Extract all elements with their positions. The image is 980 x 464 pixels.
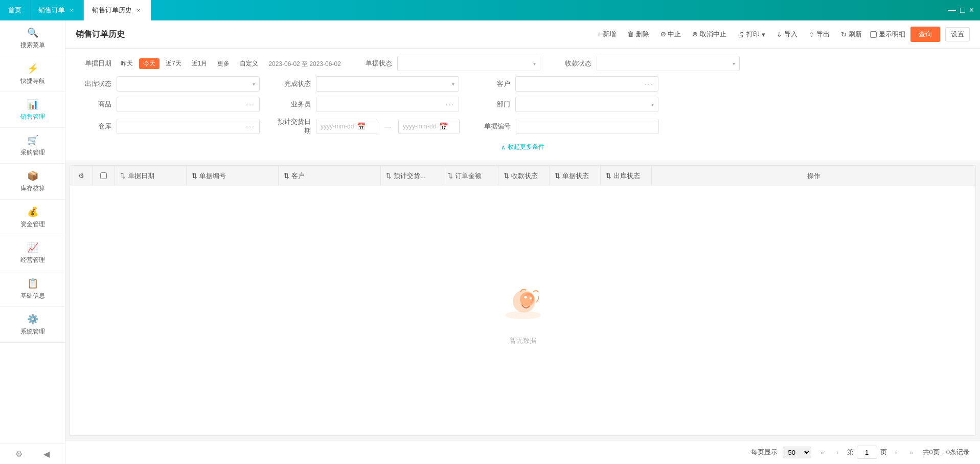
stop-button[interactable]: ⊘ 中止 xyxy=(657,28,685,41)
collapse-filter-button[interactable]: ∧ 收起更多条件 xyxy=(501,141,544,153)
complete-select[interactable]: ▾ xyxy=(316,76,459,92)
page-title: 销售订单历史 xyxy=(76,29,125,40)
first-page-button[interactable]: « xyxy=(816,446,829,458)
export-label: 导出 xyxy=(816,30,830,39)
dept-select[interactable]: ▾ xyxy=(515,97,658,112)
th-checkbox[interactable] xyxy=(93,166,115,186)
delete-button[interactable]: 🗑 删除 xyxy=(624,28,652,41)
dept-label: 部门 xyxy=(474,100,510,109)
recv-status-arrow-icon: ▾ xyxy=(733,61,735,67)
sidebar-item-basic[interactable]: 📋 基础信息 xyxy=(0,271,65,307)
cancel-stop-button[interactable]: ⊗ 取消中止 xyxy=(689,28,730,41)
tab-sales-order-close[interactable]: × xyxy=(68,7,75,14)
page-size-label: 每页显示 xyxy=(751,448,778,457)
th-settings[interactable]: ⚙ xyxy=(70,166,93,186)
import-label: 导入 xyxy=(784,30,797,39)
th-amount[interactable]: ⇅ 订单金额 xyxy=(442,166,498,186)
export-icon: ⇧ xyxy=(809,31,814,38)
content-area: 销售订单历史 + 新增 🗑 删除 ⊘ 中止 ⊗ 取消中止 🖨 打印 ▾ ⇩ 导入… xyxy=(65,20,980,464)
tab-sales-order-history[interactable]: 销售订单历史 × xyxy=(84,0,151,20)
settings-button[interactable]: 设置 xyxy=(945,27,970,41)
sidebar-item-business[interactable]: 📈 经营管理 xyxy=(0,235,65,271)
th-delivery[interactable]: ⇅ 预计交货... xyxy=(381,166,442,186)
prev-page-button[interactable]: ‹ xyxy=(832,446,844,458)
page-header: 销售订单历史 + 新增 🗑 删除 ⊘ 中止 ⊗ 取消中止 🖨 打印 ▾ ⇩ 导入… xyxy=(65,20,980,49)
th-status-sort-icon: ⇅ xyxy=(555,172,560,180)
date-chip-custom[interactable]: 自定义 xyxy=(236,58,262,69)
basic-icon: 📋 xyxy=(27,277,39,290)
th-recv-status[interactable]: ⇅ 收款状态 xyxy=(498,166,550,186)
last-page-button[interactable]: » xyxy=(905,446,918,458)
page-size-select[interactable]: 50 100 200 xyxy=(783,447,811,458)
recv-status-select[interactable]: ▾ xyxy=(597,56,740,71)
print-button[interactable]: 🖨 打印 ▾ xyxy=(735,28,768,41)
date-chip-yesterday[interactable]: 昨天 xyxy=(117,58,137,69)
warehouse-input[interactable]: ··· xyxy=(117,119,260,134)
svg-point-6 xyxy=(530,297,532,299)
delivery-date-end[interactable]: yyyy-mm-dd 📅 xyxy=(398,119,460,134)
sidebar-item-search[interactable]: 🔍 搜索菜单 xyxy=(0,20,65,56)
toolbar: + 新增 🗑 删除 ⊘ 中止 ⊗ 取消中止 🖨 打印 ▾ ⇩ 导入 ⇧ 导出 xyxy=(594,27,970,42)
out-status-select[interactable]: ▾ xyxy=(117,76,260,92)
date-chip-today[interactable]: 今天 xyxy=(139,58,159,69)
svg-point-5 xyxy=(524,296,527,298)
status-filter-label: 单据状态 xyxy=(356,59,392,68)
date-chips: 昨天 今天 近7天 近1月 更多 自定义 xyxy=(117,58,262,69)
import-button[interactable]: ⇩ 导入 xyxy=(773,28,801,41)
refresh-button[interactable]: ↻ 刷新 xyxy=(838,28,865,41)
sidebar-item-inventory[interactable]: 📦 库存核算 xyxy=(0,164,65,200)
th-delivery-sort-icon: ⇅ xyxy=(386,172,392,180)
th-num[interactable]: ⇅ 单据编号 xyxy=(187,166,279,186)
maximize-button[interactable]: □ xyxy=(960,6,965,15)
doc-num-input[interactable] xyxy=(516,119,659,134)
tab-sales-order-history-close[interactable]: × xyxy=(135,7,142,14)
calendar-end-icon: 📅 xyxy=(439,122,448,130)
customer-more-icon: ··· xyxy=(645,80,654,88)
purchase-icon: 🛒 xyxy=(27,134,39,146)
sidebar-item-quicknav[interactable]: ⚡ 快捷导航 xyxy=(0,56,65,92)
export-button[interactable]: ⇧ 导出 xyxy=(806,28,833,41)
tab-home[interactable]: 首页 xyxy=(0,0,30,20)
select-all-checkbox[interactable] xyxy=(100,172,107,179)
product-input[interactable]: ··· xyxy=(117,97,260,112)
warehouse-label: 仓库 xyxy=(76,122,111,131)
th-date[interactable]: ⇅ 单据日期 xyxy=(115,166,187,186)
salesperson-input[interactable]: ··· xyxy=(316,97,459,112)
doc-status-select[interactable]: ▾ xyxy=(397,56,540,71)
sidebar-item-finance[interactable]: 💰 资金管理 xyxy=(0,200,65,235)
sidebar-item-sales[interactable]: 📊 销售管理 xyxy=(0,92,65,128)
collapse-up-icon: ∧ xyxy=(501,144,506,151)
close-window-button[interactable]: × xyxy=(969,6,974,15)
current-page-input[interactable] xyxy=(857,446,877,459)
th-doc-status[interactable]: ⇅ 单据状态 xyxy=(550,166,601,186)
filter-row-4: 仓库 ··· 预计交货日期 yyyy-mm-dd 📅 — yyyy-mm-dd … xyxy=(76,117,970,136)
next-page-button[interactable]: › xyxy=(890,446,902,458)
sidebar-settings-icon[interactable]: ⚙ xyxy=(15,449,22,459)
recv-status-filter-label: 收款状态 xyxy=(556,59,591,68)
date-chip-1month[interactable]: 近1月 xyxy=(188,58,212,69)
print-label: 打印 xyxy=(746,30,760,39)
page-label-prefix: 第 xyxy=(847,448,854,457)
customer-input[interactable]: ··· xyxy=(515,76,658,92)
show-cols-checkbox[interactable] xyxy=(870,31,877,38)
sidebar-collapse-icon[interactable]: ◀ xyxy=(43,449,50,459)
th-num-sort-icon: ⇅ xyxy=(192,172,197,180)
query-button[interactable]: 查询 xyxy=(910,27,940,42)
delivery-date-start[interactable]: yyyy-mm-dd 📅 xyxy=(316,119,377,134)
tab-sales-order[interactable]: 销售订单 × xyxy=(30,0,84,20)
th-customer[interactable]: ⇅ 客户 xyxy=(279,166,381,186)
th-out-status[interactable]: ⇅ 出库状态 xyxy=(601,166,652,186)
out-status-label: 出库状态 xyxy=(76,79,111,89)
th-customer-sort-icon: ⇅ xyxy=(284,172,289,180)
date-chip-7days[interactable]: 近7天 xyxy=(162,58,186,69)
show-cols-toggle[interactable]: 显示明细 xyxy=(870,30,905,39)
main-layout: 🔍 搜索菜单 ⚡ 快捷导航 📊 销售管理 🛒 采购管理 📦 库存核算 💰 资金管… xyxy=(0,20,980,464)
refresh-label: 刷新 xyxy=(849,30,862,39)
empty-icon xyxy=(497,277,549,328)
sidebar-item-system[interactable]: ⚙️ 系统管理 xyxy=(0,307,65,343)
sidebar-item-purchase[interactable]: 🛒 采购管理 xyxy=(0,128,65,164)
minimize-button[interactable]: — xyxy=(948,6,956,15)
date-chip-more[interactable]: 更多 xyxy=(213,58,234,69)
new-button[interactable]: + 新增 xyxy=(594,28,619,41)
filter-area: 单据日期 昨天 今天 近7天 近1月 更多 自定义 2023-06-02 至 2… xyxy=(65,49,980,161)
